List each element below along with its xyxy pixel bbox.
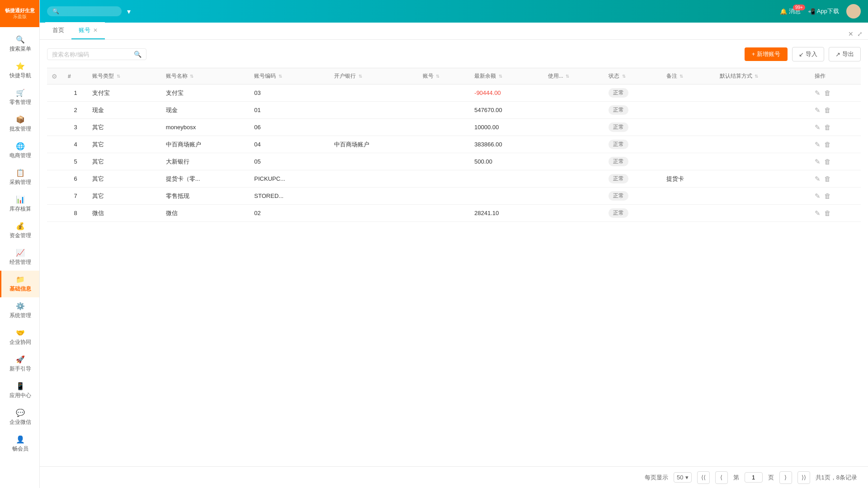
edit-button[interactable]: ✎	[815, 175, 821, 183]
row-remark	[662, 188, 715, 205]
app-download-button[interactable]: 📲 App下载	[808, 7, 839, 15]
row-status: 正常	[604, 188, 662, 205]
sidebar-item-inventory[interactable]: 📊 库存核算	[0, 191, 39, 217]
delete-button[interactable]: 🗑	[824, 158, 831, 166]
row-account-no	[418, 136, 470, 153]
col-use[interactable]: 使用... ⇅	[543, 68, 604, 84]
delete-button[interactable]: 🗑	[824, 89, 831, 97]
retail-icon: 🛒	[16, 89, 25, 97]
sidebar-item-enterprise-wechat[interactable]: 💬 企业微信	[0, 404, 39, 431]
row-status: 正常	[604, 102, 662, 119]
page-last-button[interactable]: ⟩⟩	[797, 471, 810, 484]
page-input[interactable]	[745, 472, 763, 483]
row-default-settlement	[715, 153, 810, 170]
sidebar-item-search-menu[interactable]: 🔍 搜索菜单	[0, 31, 39, 57]
sidebar-item-quick-nav[interactable]: ⭐ 快捷导航	[0, 57, 39, 84]
tab-home[interactable]: 首页	[45, 22, 71, 39]
col-account-no[interactable]: 账号 ⇅	[418, 68, 470, 84]
row-account-type: 其它	[88, 188, 161, 205]
tabbar: 首页 账号 ✕ ✕ ⤢	[40, 23, 868, 40]
purchase-icon: 📋	[16, 169, 25, 177]
delete-button[interactable]: 🗑	[824, 141, 831, 149]
gear-settings-icon[interactable]: ⚙	[52, 73, 57, 80]
table-row: 8 微信 微信 02 28241.10 正常 ✎ 🗑	[47, 205, 861, 222]
sidebar-item-app-center[interactable]: 📱 应用中心	[0, 377, 39, 404]
row-bank	[330, 102, 418, 119]
sort-account-no-icon: ⇅	[436, 74, 439, 79]
edit-button[interactable]: ✎	[815, 106, 821, 114]
sort-balance-icon: ⇅	[499, 74, 502, 79]
sidebar-item-basic-info[interactable]: 📁 基础信息	[0, 271, 39, 297]
nav-arrow-icon[interactable]: ▾	[127, 7, 131, 16]
row-num: 3	[63, 119, 88, 136]
sidebar-item-wholesale[interactable]: 📦 批发管理	[0, 111, 39, 137]
export-button[interactable]: ↗ 导出	[829, 47, 861, 61]
delete-button[interactable]: 🗑	[824, 175, 831, 183]
tab-close-icon[interactable]: ✕	[848, 30, 854, 38]
col-status[interactable]: 状态 ⇅	[604, 68, 662, 84]
sidebar-item-newbie-guide[interactable]: 🚀 新手引导	[0, 351, 39, 377]
col-latest-balance[interactable]: 最新余额 ⇅	[470, 68, 543, 84]
sort-bank-icon: ⇅	[359, 74, 362, 79]
delete-button[interactable]: 🗑	[824, 192, 831, 200]
sidebar-item-operations[interactable]: 📈 经营管理	[0, 244, 39, 271]
sidebar-item-enterprise-agreement[interactable]: 🤝 企业协同	[0, 324, 39, 351]
search-input-wrap[interactable]: 🔍	[47, 48, 146, 60]
user-avatar[interactable]	[846, 4, 861, 19]
sidebar-item-purchase[interactable]: 📋 采购管理	[0, 164, 39, 191]
page-first-button[interactable]: ⟨⟨	[697, 471, 710, 484]
toolbar-right: + 新增账号 ↙ 导入 ↗ 导出	[745, 47, 861, 61]
page-next-button[interactable]: ⟩	[779, 471, 792, 484]
sidebar-item-label: 畅会员	[12, 445, 28, 453]
edit-button[interactable]: ✎	[815, 209, 821, 217]
row-account-type: 支付宝	[88, 84, 161, 102]
col-bank[interactable]: 开户银行 ⇅	[330, 68, 418, 84]
row-gear	[47, 136, 63, 153]
row-latest-balance: 10000.00	[470, 119, 543, 136]
status-badge: 正常	[609, 208, 628, 218]
col-gear: ⚙	[47, 68, 63, 84]
search-input[interactable]	[52, 51, 131, 58]
sidebar-item-retail[interactable]: 🛒 零售管理	[0, 84, 39, 111]
page-suffix: 页	[768, 474, 774, 482]
col-account-code[interactable]: 账号编码 ⇅	[250, 68, 330, 84]
row-use	[543, 188, 604, 205]
page-prev-button[interactable]: ⟨	[715, 471, 728, 484]
sidebar-item-label: 采购管理	[9, 178, 31, 186]
row-num: 2	[63, 102, 88, 119]
sidebar-item-label: 电商管理	[9, 152, 31, 160]
tab-accounts[interactable]: 账号 ✕	[71, 22, 105, 39]
row-actions: ✎ 🗑	[810, 188, 861, 205]
sidebar-item-member[interactable]: 👤 畅会员	[0, 431, 39, 457]
row-num: 1	[63, 84, 88, 102]
edit-button[interactable]: ✎	[815, 123, 821, 131]
add-account-button[interactable]: + 新增账号	[745, 47, 788, 61]
col-remark[interactable]: 备注 ⇅	[662, 68, 715, 84]
content-area: 🔍 + 新增账号 ↙ 导入 ↗ 导出 ⚙	[40, 40, 868, 488]
delete-button[interactable]: 🗑	[824, 106, 831, 114]
sidebar-item-ecommerce[interactable]: 🌐 电商管理	[0, 137, 39, 164]
row-remark	[662, 205, 715, 222]
topbar-search[interactable]: 🔍	[47, 6, 122, 16]
sidebar-item-system[interactable]: ⚙️ 系统管理	[0, 297, 39, 324]
col-default-settlement[interactable]: 默认结算方式 ⇅	[715, 68, 810, 84]
per-page-select[interactable]: 50 ▾	[674, 472, 691, 483]
sidebar-item-finance[interactable]: 💰 资金管理	[0, 217, 39, 244]
delete-button[interactable]: 🗑	[824, 209, 831, 217]
tab-accounts-close[interactable]: ✕	[93, 27, 98, 33]
topbar-search-input[interactable]	[62, 8, 116, 14]
import-button[interactable]: ↙ 导入	[792, 47, 824, 61]
edit-button[interactable]: ✎	[815, 141, 821, 149]
row-bank	[330, 153, 418, 170]
delete-button[interactable]: 🗑	[824, 123, 831, 131]
notification-button[interactable]: 🔔 消息 99+	[780, 7, 801, 15]
tab-expand-icon[interactable]: ⤢	[857, 30, 863, 38]
edit-button[interactable]: ✎	[815, 89, 821, 97]
status-badge: 正常	[609, 88, 628, 98]
col-account-type[interactable]: 账号类型 ⇅	[88, 68, 161, 84]
col-account-name[interactable]: 账号名称 ⇅	[161, 68, 250, 84]
row-account-name: 支付宝	[161, 84, 250, 102]
edit-button[interactable]: ✎	[815, 158, 821, 166]
row-actions: ✎ 🗑	[810, 170, 861, 188]
edit-button[interactable]: ✎	[815, 192, 821, 200]
